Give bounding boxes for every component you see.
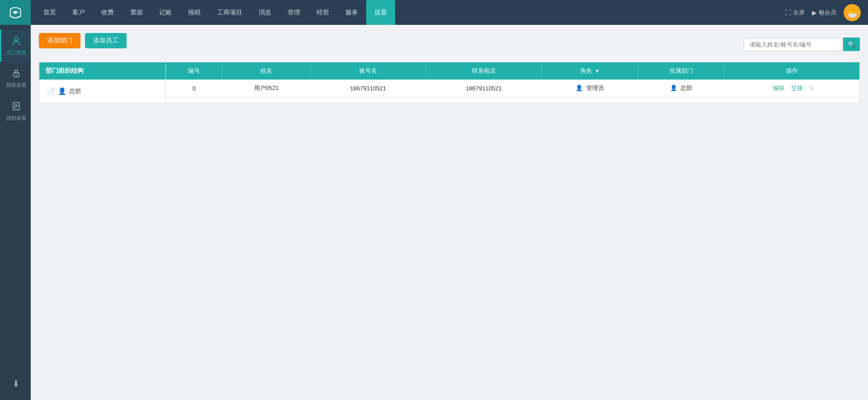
transfer-link[interactable]: 交接 xyxy=(791,85,803,91)
sidebar: 员工设置 权限设置 报税设置 xyxy=(0,25,31,400)
role-person-icon: 👤 xyxy=(576,85,583,91)
sidebar-bottom: ⬇ xyxy=(0,372,31,400)
col-header-role[interactable]: 角色 ▼ xyxy=(542,62,638,80)
nav-item-invoice[interactable]: 票据 xyxy=(122,0,151,25)
table-scroll-area: 编号 姓名 账号名 联系电话 角色 ▼ 所属部门 操作 xyxy=(166,62,859,97)
nav-item-settings[interactable]: 设置 xyxy=(366,0,395,25)
svg-point-3 xyxy=(15,75,17,76)
avatar-icon: 🐣 xyxy=(846,7,859,19)
search-button[interactable]: 🔍 xyxy=(843,38,860,51)
nav-item-service[interactable]: 服务 xyxy=(337,0,366,25)
sidebar-label-employee: 员工设置 xyxy=(6,49,26,56)
vip-btn[interactable]: ▶ 畅会员 xyxy=(812,9,836,17)
employee-icon xyxy=(11,36,21,47)
table-panel: 编号 姓名 账号名 联系电话 角色 ▼ 所属部门 操作 xyxy=(166,62,859,103)
add-staff-button[interactable]: 添加员工 xyxy=(85,33,127,48)
nav-item-client[interactable]: 客户 xyxy=(64,0,93,25)
col-role-label: 角色 xyxy=(580,67,592,74)
dept-panel-header: 部门组织结构 xyxy=(39,62,165,80)
nav-item-manage[interactable]: 管理 xyxy=(279,0,308,25)
main-panel: 部门组织结构 📄 👤 总部 编号 姓名 xyxy=(39,62,860,104)
sidebar-item-tax-settings[interactable]: 报税设置 xyxy=(0,95,31,127)
nav-item-business[interactable]: 工商项目 xyxy=(209,0,250,25)
permission-icon xyxy=(11,68,21,80)
col-header-action: 操作 xyxy=(724,62,859,80)
svg-point-0 xyxy=(14,11,17,14)
nav-items: 首页 客户 收费 票据 记账 报税 工商项目 消息 管理 经营 服务 设置 xyxy=(31,0,785,25)
avatar[interactable]: 🐣 xyxy=(844,4,861,21)
logo-area xyxy=(0,0,31,25)
nav-item-tax[interactable]: 报税 xyxy=(180,0,209,25)
svg-point-1 xyxy=(14,38,18,41)
filter-icon: ▼ xyxy=(594,68,599,74)
tax-settings-icon xyxy=(11,101,21,113)
cell-dept: 👤 总部 xyxy=(638,80,724,97)
employee-table: 编号 姓名 账号名 联系电话 角色 ▼ 所属部门 操作 xyxy=(166,62,859,97)
vip-label: 畅会员 xyxy=(819,9,836,17)
col-header-phone: 联系电话 xyxy=(426,62,542,80)
sidebar-label-tax-settings: 报税设置 xyxy=(6,115,26,121)
col-header-dept: 所属部门 xyxy=(638,62,724,80)
cell-name: 用户0521 xyxy=(222,80,311,97)
cell-id: 0 xyxy=(166,80,222,97)
fullscreen-label: 全屏 xyxy=(793,9,805,17)
nav-item-fee[interactable]: 收费 xyxy=(93,0,122,25)
main-layout: 员工设置 权限设置 报税设置 xyxy=(0,25,868,400)
add-dept-button[interactable]: 添加部门 xyxy=(39,33,80,48)
nav-item-operation[interactable]: 经营 xyxy=(308,0,337,25)
sidebar-item-employee[interactable]: 员工设置 xyxy=(0,29,31,62)
fullscreen-icon: ⛶ xyxy=(785,9,791,16)
col-header-name: 姓名 xyxy=(222,62,311,80)
cell-account: 18679110521 xyxy=(311,80,426,97)
cell-action: 编辑 交接 ⇅ xyxy=(724,80,859,97)
nav-item-message[interactable]: 消息 xyxy=(250,0,279,25)
content-area: 添加部门 添加员工 🔍 部门组织结构 📄 👤 总部 xyxy=(31,25,868,400)
sidebar-label-permission: 权限设置 xyxy=(6,82,26,88)
nav-item-home[interactable]: 首页 xyxy=(35,0,64,25)
col-header-id: 编号 xyxy=(166,62,222,80)
download-icon: ⬇ xyxy=(12,378,20,389)
cell-role: 👤 管理员 xyxy=(542,80,638,97)
cell-phone: 18679110521 xyxy=(426,80,542,97)
edit-link[interactable]: 编辑 xyxy=(773,85,784,91)
top-navigation: 首页 客户 收费 票据 记账 报税 工商项目 消息 管理 经营 服务 设置 ⛶ … xyxy=(0,0,868,25)
dept-person-icon: 👤 xyxy=(58,87,66,95)
nav-right: ⛶ 全屏 ▶ 畅会员 🐣 xyxy=(785,4,868,21)
dept-person-icon-row: 👤 xyxy=(670,85,677,91)
col-header-account: 账号名 xyxy=(311,62,426,80)
dept-label: 总部 xyxy=(680,85,692,91)
fullscreen-btn[interactable]: ⛶ 全屏 xyxy=(785,9,805,17)
action-buttons: 添加部门 添加员工 xyxy=(39,33,127,48)
dept-panel: 部门组织结构 📄 👤 总部 xyxy=(39,62,166,103)
row-scroll-arrows: ⇅ xyxy=(809,85,814,91)
search-area: 🔍 xyxy=(744,38,860,51)
logo-icon xyxy=(7,4,24,21)
dept-tree-item-label: 总部 xyxy=(69,87,81,95)
vip-icon: ▶ xyxy=(812,9,817,16)
dept-tree-item-root[interactable]: 📄 👤 总部 xyxy=(43,84,162,99)
dept-file-icon: 📄 xyxy=(47,87,55,95)
search-input[interactable] xyxy=(744,38,843,51)
sidebar-item-permission[interactable]: 权限设置 xyxy=(0,62,31,94)
dept-tree: 📄 👤 总部 xyxy=(39,80,165,103)
table-row: 0 用户0521 18679110521 18679110521 👤 管理员 👤 xyxy=(166,80,859,97)
nav-item-bookkeeping[interactable]: 记账 xyxy=(151,0,180,25)
role-label: 管理员 xyxy=(586,85,604,91)
table-header-row: 编号 姓名 账号名 联系电话 角色 ▼ 所属部门 操作 xyxy=(166,62,859,80)
search-icon: 🔍 xyxy=(848,41,855,48)
sidebar-download-btn[interactable]: ⬇ xyxy=(0,372,31,395)
